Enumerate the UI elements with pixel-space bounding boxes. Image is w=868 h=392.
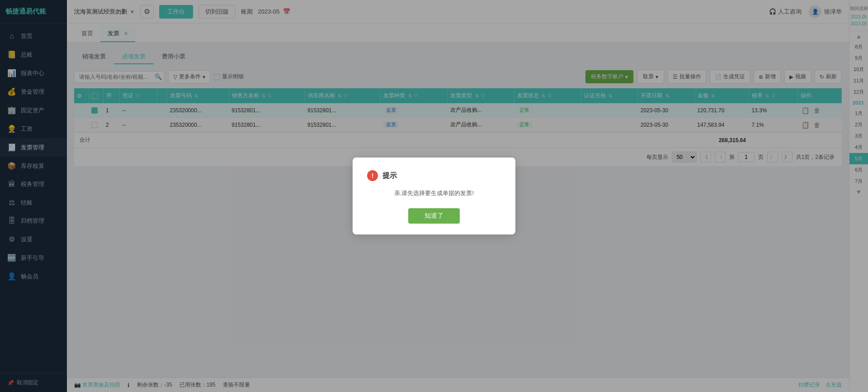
modal-box: ! 提示 亲,请先选择要生成单据的发票! 知道了 bbox=[353, 158, 515, 234]
modal-confirm-button[interactable]: 知道了 bbox=[408, 208, 460, 224]
modal-title: 提示 bbox=[382, 171, 397, 181]
modal-title-row: ! 提示 bbox=[367, 170, 501, 181]
modal-overlay: ! 提示 亲,请先选择要生成单据的发票! 知道了 bbox=[0, 0, 868, 392]
modal-warning-icon: ! bbox=[367, 170, 378, 181]
modal-body: 亲,请先选择要生成单据的发票! bbox=[367, 189, 501, 197]
